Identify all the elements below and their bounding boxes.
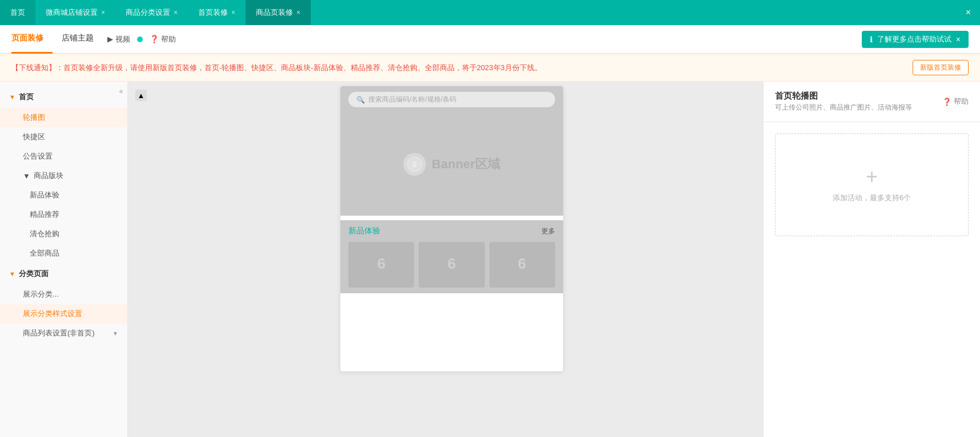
nav-tab-category-settings-close[interactable]: × [174, 9, 178, 17]
banner-brand-icon: 6 [403, 153, 426, 176]
nav-tab-category-settings-label: 商品分类设置 [126, 7, 170, 18]
video-label: 视频 [115, 34, 130, 44]
preview-section-more[interactable]: 更多 [541, 226, 555, 236]
preview-product-3: 6 [489, 242, 555, 288]
preview-phone: 🔍 搜索商品编码/名称/规格/条码 6 Banner区域 [340, 86, 563, 371]
svg-text:6: 6 [412, 160, 417, 169]
product-block-arrow-icon: ▼ [23, 172, 30, 180]
sidebar-group-product-block[interactable]: ▼ 商品版块 [0, 166, 127, 185]
nav-tab-category-settings[interactable]: 商品分类设置 × [115, 0, 188, 25]
nav-tab-product-decor[interactable]: 商品页装修 × [246, 0, 311, 25]
sidebar-item-clearance[interactable]: 清仓抢购 [0, 224, 127, 244]
preview-product-2: 6 [419, 242, 484, 288]
tab-page-decor-label: 页面装修 [11, 33, 43, 43]
sidebar-item-notice-label: 公告设置 [23, 152, 53, 160]
right-panel-help-label: 帮助 [954, 96, 969, 107]
window-close-button[interactable]: × [957, 0, 980, 25]
preview-new-products-section: 新品体验 更多 6 6 6 [340, 220, 563, 293]
new-homepage-decor-button[interactable]: 新版首页装修 [913, 60, 969, 75]
sidebar-item-new-experience[interactable]: 新品体验 [0, 185, 127, 205]
nav-tab-home-decor-close[interactable]: × [231, 9, 235, 17]
nav-tab-shop-settings-label: 微商城店铺设置 [46, 7, 98, 18]
help-banner-icon: ℹ [870, 35, 873, 44]
sidebar-collapse-button[interactable] [115, 85, 127, 98]
nav-tab-shop-settings-close[interactable]: × [101, 9, 105, 17]
sidebar-item-notice[interactable]: 公告设置 [0, 147, 127, 166]
sidebar-item-clearance-label: 清仓抢购 [30, 229, 59, 238]
tab-shop-theme[interactable]: 店铺主题 [53, 25, 103, 54]
sidebar-group-category-label: 分类页面 [19, 269, 49, 279]
right-panel-content: + 添加活动，最多支持6个 [764, 122, 980, 248]
help-banner-close[interactable]: × [956, 35, 961, 44]
preview-search-placeholder: 搜索商品编码/名称/规格/条码 [368, 95, 456, 104]
right-panel: 首页轮播图 可上传公司照片、商品推广图片、活动海报等 ❓ 帮助 + 添加活动，最… [763, 82, 980, 437]
sidebar-group-category[interactable]: ▼ 分类页面 [0, 263, 127, 285]
preview-search-input[interactable]: 🔍 搜索商品编码/名称/规格/条码 [348, 92, 555, 107]
nav-tab-home[interactable]: 首页 [0, 0, 35, 25]
search-icon: 🔍 [356, 96, 365, 104]
nav-tab-home-decor-label: 首页装修 [198, 7, 228, 18]
add-plus-icon: + [866, 167, 878, 187]
notice-text: 【下线通知】：首页装修全新升级，请使用新版首页装修，首页-轮播图、快捷区、商品板… [11, 63, 542, 73]
sidebar-group-home-label: 首页 [19, 92, 34, 102]
sidebar-item-new-experience-label: 新品体验 [30, 191, 59, 199]
help-banner: ℹ 了解更多点击帮助试试 × [862, 31, 969, 48]
sidebar-item-shortcut-label: 快捷区 [23, 132, 45, 141]
sidebar-group-home[interactable]: ▼ 首页 [0, 86, 127, 108]
sidebar-item-quality-recommend[interactable]: 精品推荐 [0, 205, 127, 224]
help-link[interactable]: ❓ 帮助 [150, 34, 176, 44]
add-banner-area[interactable]: + 添加活动，最多支持6个 [775, 133, 969, 236]
preview-product-1: 6 [348, 242, 414, 288]
add-banner-text: 添加活动，最多支持6个 [833, 193, 911, 203]
sidebar: ▼ 首页 轮播图 快捷区 公告设置 ▼ 商品版块 新品体验 精品推荐 [0, 82, 128, 437]
preview-search-bar: 🔍 搜索商品编码/名称/规格/条码 [340, 86, 563, 113]
sidebar-item-show-category[interactable]: 展示分类... [0, 285, 127, 304]
sidebar-group-product-block-label: 商品版块 [34, 171, 63, 181]
sidebar-item-show-category-style-label: 展示分类样式设置 [23, 309, 82, 318]
sidebar-item-quality-recommend-label: 精品推荐 [30, 210, 59, 218]
second-bar: 页面装修 店铺主题 ℹ 了解更多点击帮助试试 × ▶ 视频 ❓ 帮助 [0, 25, 980, 54]
sidebar-item-show-category-style[interactable]: 展示分类样式设置 [0, 304, 127, 323]
banner-label: Banner区域 [432, 156, 500, 173]
notice-bar: 【下线通知】：首页装修全新升级，请使用新版首页装修，首页-轮播图、快捷区、商品板… [0, 54, 980, 82]
svg-text:6: 6 [448, 256, 456, 272]
sidebar-item-banner-label: 轮播图 [23, 113, 45, 122]
right-panel-title: 首页轮播图 [775, 91, 912, 102]
preview-scroll-up[interactable]: ▲ [135, 90, 147, 101]
preview-banner-area[interactable]: 6 Banner区域 [340, 113, 563, 216]
nav-tab-shop-settings[interactable]: 微商城店铺设置 × [35, 0, 115, 25]
nav-tab-home-label: 首页 [10, 7, 25, 18]
sidebar-collapse-icon [119, 87, 123, 95]
sidebar-item-shortcut[interactable]: 快捷区 [0, 127, 127, 147]
sidebar-item-all-products[interactable]: 全部商品 [0, 244, 127, 263]
right-panel-title-area: 首页轮播图 可上传公司照片、商品推广图片、活动海报等 [775, 91, 912, 112]
preview-banner-text: 6 Banner区域 [403, 153, 500, 176]
video-icon: ▶ [107, 35, 113, 43]
right-panel-subtitle: 可上传公司照片、商品推广图片、活动海报等 [775, 103, 912, 112]
expand-icon: ▼ [113, 330, 118, 337]
window-close-icon: × [966, 7, 971, 18]
tab-page-decor[interactable]: 页面装修 [11, 25, 53, 54]
nav-tab-product-decor-label: 商品页装修 [256, 7, 293, 18]
preview-products: 6 6 6 [348, 242, 555, 288]
sidebar-item-all-products-label: 全部商品 [30, 249, 59, 257]
right-panel-header: 首页轮播图 可上传公司照片、商品推广图片、活动海报等 ❓ 帮助 [764, 82, 980, 122]
nav-tab-home-decor[interactable]: 首页装修 × [188, 0, 246, 25]
nav-tab-product-decor-close[interactable]: × [296, 9, 300, 17]
help-question-icon: ❓ [150, 35, 159, 43]
arrow-down-icon: ▼ [9, 94, 15, 100]
sidebar-item-banner[interactable]: 轮播图 [0, 108, 127, 127]
video-link[interactable]: ▶ 视频 [107, 34, 130, 44]
right-panel-help-link[interactable]: ❓ 帮助 [942, 96, 969, 107]
preview-section-header: 新品体验 更多 [348, 226, 555, 236]
svg-text:6: 6 [377, 256, 385, 272]
help-circle-icon: ❓ [942, 98, 951, 106]
help-right-items: ▶ 视频 ❓ 帮助 [107, 34, 176, 44]
nav-spacer [311, 0, 957, 25]
svg-text:6: 6 [518, 256, 526, 272]
preview-section-title: 新品体验 [348, 226, 380, 236]
tab-shop-theme-label: 店铺主题 [62, 33, 94, 43]
help-label: 帮助 [161, 34, 176, 44]
sidebar-item-product-list-settings[interactable]: 商品列表设置(非首页) ▼ [0, 323, 127, 343]
help-banner-text: 了解更多点击帮助试试 [877, 34, 951, 44]
